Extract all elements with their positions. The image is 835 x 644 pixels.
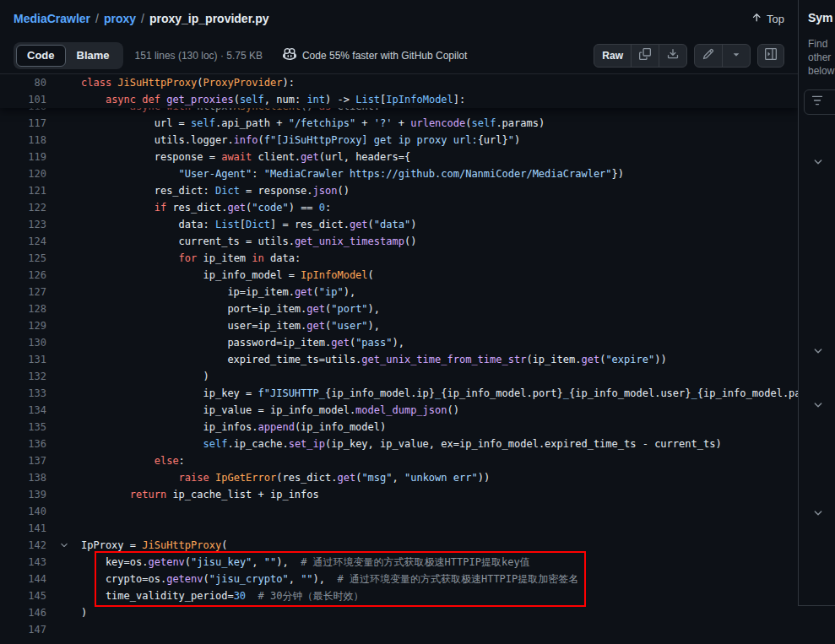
symbols-panel-border: Sym Find other below — [798, 0, 835, 606]
code-text: ip=ip_item.get("ip"), — [81, 284, 798, 300]
line-number[interactable]: 121 — [0, 182, 46, 199]
edit-file-button[interactable] — [695, 45, 722, 67]
line-number[interactable]: 126 — [0, 267, 46, 284]
line-number[interactable]: 143 — [0, 554, 46, 571]
line-number[interactable]: 144 — [0, 571, 46, 587]
line-number[interactable]: 134 — [0, 402, 46, 419]
line-number[interactable]: 131 — [0, 351, 46, 368]
code-line: 132 ) — [0, 368, 798, 385]
fold-gutter — [46, 115, 81, 132]
line-number[interactable]: 130 — [0, 334, 46, 351]
line-number[interactable]: 117 — [0, 115, 46, 132]
code-text — [81, 621, 798, 638]
code-text: current_ts = utils.get_unix_timestamp() — [81, 233, 798, 250]
code-blame-segmented-control: Code Blame — [14, 42, 123, 69]
fold-gutter — [46, 233, 81, 250]
line-number[interactable]: 140 — [0, 503, 46, 520]
edit-options-dropdown[interactable] — [722, 45, 750, 67]
symbols-panel: Sym Find other below — [798, 0, 835, 644]
code-text: ip_infos.append(ip_info_model) — [81, 419, 798, 436]
edit-button-group — [694, 44, 751, 68]
code-line: 144 crypto=os.getenv("jisu_crypto", ""),… — [0, 571, 798, 587]
line-number[interactable]: 80 — [0, 74, 46, 91]
line-number[interactable]: 137 — [0, 452, 46, 469]
download-raw-button[interactable] — [659, 45, 686, 67]
copy-raw-button[interactable] — [631, 45, 659, 67]
code-line: 125 for ip_item in data: — [0, 250, 798, 267]
chevron-down-icon[interactable] — [812, 156, 824, 171]
chevron-down-icon[interactable] — [812, 399, 824, 414]
code-text: IpProxy = JiSuHttpProxy( — [81, 537, 798, 554]
tab-code[interactable]: Code — [16, 45, 66, 67]
line-number[interactable]: 146 — [0, 604, 46, 621]
code-text: if res_dict.get("code") == 0: — [81, 199, 798, 216]
line-number[interactable]: 135 — [0, 419, 46, 436]
code-line: 122 if res_dict.get("code") == 0: — [0, 199, 798, 216]
line-number[interactable]: 147 — [0, 621, 46, 638]
code-line: 134 ip_value = ip_info_model.model_dump_… — [0, 402, 798, 419]
tab-blame[interactable]: Blame — [66, 45, 121, 67]
symbols-desc-line: below — [808, 64, 834, 78]
line-number[interactable]: 118 — [0, 132, 46, 149]
copilot-icon — [283, 47, 296, 63]
code-viewer: 80class JiSuHttpProxy(ProxyProvider):101… — [0, 74, 798, 644]
chevron-down-icon[interactable] — [812, 507, 824, 522]
code-line: 141 — [0, 520, 798, 537]
line-number[interactable]: 142 — [0, 537, 46, 554]
chevron-down-icon[interactable] — [812, 345, 824, 360]
sticky-lines: 80class JiSuHttpProxy(ProxyProvider):101… — [0, 74, 798, 108]
fold-chevron-icon[interactable] — [46, 537, 81, 554]
fold-gutter — [46, 419, 81, 436]
code-text: data: List[Dict] = res_dict.get("data") — [81, 216, 798, 233]
code-text: "User-Agent": "MediaCrawler https://gith… — [81, 165, 798, 182]
line-number[interactable]: 138 — [0, 469, 46, 486]
scroll-to-top-button[interactable]: Top — [751, 12, 784, 26]
code-line: 127 ip=ip_item.get("ip"), — [0, 284, 798, 300]
line-number[interactable]: 141 — [0, 520, 46, 537]
line-number[interactable]: 133 — [0, 385, 46, 402]
line-number[interactable]: 136 — [0, 436, 46, 452]
line-number[interactable]: 132 — [0, 368, 46, 385]
line-number[interactable]: 145 — [0, 587, 46, 604]
line-number[interactable]: 127 — [0, 284, 46, 300]
line-number[interactable]: 119 — [0, 149, 46, 165]
code-line: 121 res_dict: Dict = response.json() — [0, 182, 798, 199]
code-text: utils.logger.info(f"[JiSuHttpProxy] get … — [81, 132, 798, 149]
code-line: 136 self.ip_cache.set_ip(ip_key, ip_valu… — [0, 436, 798, 452]
code-text: time_validity_period=30 # 30分钟（最长时效） — [81, 587, 798, 604]
line-number[interactable]: 122 — [0, 199, 46, 216]
copilot-banner[interactable]: Code 55% faster with GitHub Copilot — [283, 47, 467, 63]
symbols-filter-input[interactable] — [804, 89, 835, 115]
code-text: ip_value = ip_info_model.model_dump_json… — [81, 402, 798, 419]
fold-gutter — [46, 91, 81, 108]
symbols-desc-line: other — [808, 51, 834, 64]
breadcrumb-separator: / — [95, 12, 99, 25]
code-line: 142IpProxy = JiSuHttpProxy( — [0, 537, 798, 554]
fold-gutter — [46, 351, 81, 368]
fold-gutter — [46, 74, 81, 91]
code-text: ip_info_model = IpInfoModel( — [81, 267, 798, 284]
code-line: 145 time_validity_period=30 # 30分钟（最长时效） — [0, 587, 798, 604]
code-line: 120 "User-Agent": "MediaCrawler https://… — [0, 165, 798, 182]
line-number[interactable]: 124 — [0, 233, 46, 250]
code-text: raise IpGetError(res_dict.get("msg", "un… — [81, 469, 798, 486]
line-number[interactable]: 125 — [0, 250, 46, 267]
fold-gutter — [46, 199, 81, 216]
fold-gutter — [46, 554, 81, 571]
breadcrumb-repo-link[interactable]: MediaCrawler — [14, 12, 90, 25]
fold-gutter — [46, 165, 81, 182]
raw-button[interactable]: Raw — [594, 45, 631, 67]
line-number[interactable]: 120 — [0, 165, 46, 182]
line-number[interactable]: 128 — [0, 300, 46, 317]
line-number[interactable]: 123 — [0, 216, 46, 233]
line-number[interactable]: 101 — [0, 91, 46, 108]
scroll-to-top-label: Top — [767, 13, 784, 25]
code-line: 119 response = await client.get(url, hea… — [0, 149, 798, 165]
fold-gutter — [46, 520, 81, 537]
code-text: ) — [81, 604, 798, 621]
line-number[interactable]: 139 — [0, 486, 46, 503]
symbols-panel-toggle-button[interactable] — [757, 44, 784, 68]
line-number[interactable]: 129 — [0, 317, 46, 334]
fold-gutter — [46, 216, 81, 233]
breadcrumb-dir-link[interactable]: proxy — [104, 12, 136, 25]
